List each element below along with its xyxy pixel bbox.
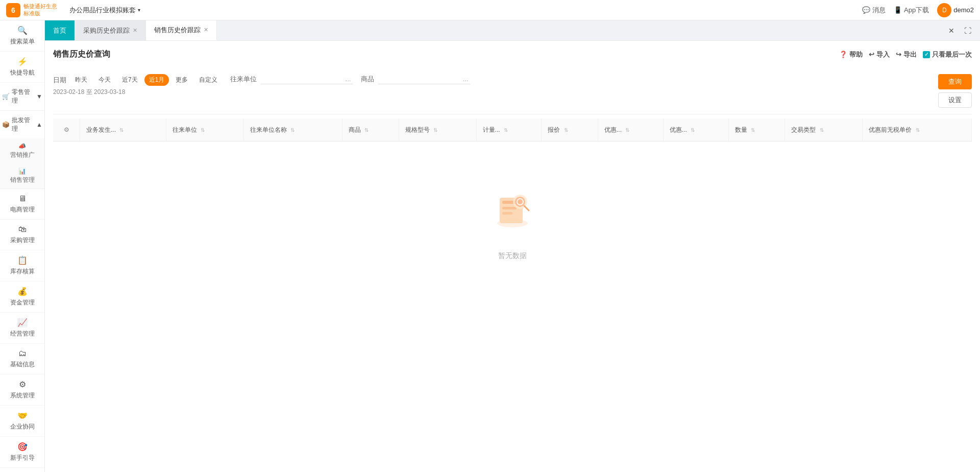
sidebar-item-quick-nav[interactable]: ⚡ 快捷导航 bbox=[0, 52, 44, 83]
sort-arrows-unit: ⇅ bbox=[504, 127, 508, 133]
page-content: 销售历史价查询 ❓ 帮助 ↩ 导入 ↪ 导出 bbox=[45, 41, 980, 472]
table-header-row: ⚙ 业务发生... ⇅ 往来单位 ⇅ bbox=[53, 119, 972, 141]
chevron-down-icon: ▼ bbox=[36, 93, 42, 100]
table-col-unit[interactable]: 计量... ⇅ bbox=[476, 119, 542, 141]
only-last-checkbox-group[interactable]: ✓ 只看最后一次 bbox=[923, 50, 972, 59]
quick-nav-icon: ⚡ bbox=[17, 57, 28, 66]
app-selector[interactable]: 办公用品行业模拟账套 ▾ bbox=[69, 6, 140, 15]
gear-button[interactable]: ⚙ bbox=[59, 123, 74, 137]
download-icon: 📱 bbox=[894, 6, 902, 14]
top-bar: 6 畅捷通好生意 标准版 办公用品行业模拟账套 ▾ 💬 消息 📱 App下载 D… bbox=[0, 0, 980, 20]
table-col-partner-code[interactable]: 往来单位 ⇅ bbox=[166, 119, 244, 141]
tab-close-sales[interactable]: ✕ bbox=[204, 27, 208, 33]
sort-arrows-trade-type: ⇅ bbox=[820, 127, 824, 133]
table-col-partner-name[interactable]: 往来单位名称 ⇅ bbox=[243, 119, 342, 141]
system-icon: ⚙ bbox=[19, 380, 26, 389]
export-icon: ↪ bbox=[896, 51, 901, 58]
page-title-actions: ❓ 帮助 ↩ 导入 ↪ 导出 ✓ 只看最后一次 bbox=[839, 50, 972, 59]
date-btn-last7days[interactable]: 近7天 bbox=[117, 74, 142, 86]
data-table: ⚙ 业务发生... ⇅ 往来单位 ⇅ bbox=[53, 119, 972, 141]
table-header: ⚙ 业务发生... ⇅ 往来单位 ⇅ bbox=[53, 119, 972, 141]
tab-sales-history[interactable]: 销售历史价跟踪 ✕ bbox=[146, 20, 217, 40]
logo-text: 畅捷通好生意 标准版 bbox=[23, 3, 57, 16]
chevron-up-icon: ▲ bbox=[36, 121, 42, 128]
sidebar-item-basics[interactable]: 🗂 基础信息 bbox=[0, 344, 44, 374]
avatar: D bbox=[937, 3, 951, 17]
svg-rect-3 bbox=[502, 207, 517, 209]
date-btn-today[interactable]: 今天 bbox=[94, 74, 115, 86]
sidebar-item-retail[interactable]: 🛒 零售管理 ▼ bbox=[0, 83, 44, 110]
help-button[interactable]: ❓ 帮助 bbox=[839, 50, 863, 59]
filter-bar: 日期 昨天 今天 近7天 近1月 更多 自定义 2023-02-18 至 202… bbox=[53, 68, 972, 114]
marketing-icon: 📣 bbox=[18, 143, 26, 150]
date-btn-more[interactable]: 更多 bbox=[171, 74, 192, 86]
table-col-biz-date[interactable]: 业务发生... ⇅ bbox=[80, 119, 166, 141]
page-title-row: 销售历史价查询 ❓ 帮助 ↩ 导入 ↪ 导出 bbox=[53, 49, 972, 60]
table-col-product[interactable]: 商品 ⇅ bbox=[342, 119, 399, 141]
basics-icon: 🗂 bbox=[18, 349, 27, 358]
table-col-quantity[interactable]: 数量 ⇅ bbox=[728, 119, 785, 141]
svg-rect-4 bbox=[502, 212, 512, 215]
tab-home[interactable]: 首页 bbox=[45, 20, 75, 40]
query-button[interactable]: 查询 bbox=[938, 74, 972, 89]
sidebar-item-finance[interactable]: 💰 资金管理 bbox=[0, 281, 44, 313]
tab-close-all-button[interactable]: ✕ bbox=[945, 25, 958, 37]
date-buttons: 昨天 今天 近7天 近1月 更多 自定义 bbox=[70, 74, 222, 86]
message-icon: 💬 bbox=[862, 6, 870, 14]
filter-action-buttons: 查询 设置 bbox=[938, 74, 972, 108]
sidebar-group-wholesale: 📦 批发管理 ▲ 📣 营销推广 📊 销售管理 bbox=[0, 111, 44, 189]
sidebar-item-marketing[interactable]: 📣 营销推广 bbox=[0, 138, 44, 163]
partner-input[interactable]: ... bbox=[261, 74, 353, 84]
wholesale-icon: 📦 bbox=[2, 121, 10, 128]
product-filter-group: 商品 ... bbox=[361, 74, 470, 84]
table-col-discount2[interactable]: 优惠... ⇅ bbox=[663, 119, 728, 141]
date-btn-yesterday[interactable]: 昨天 bbox=[70, 74, 92, 86]
search-icon: 🔍 bbox=[17, 26, 28, 35]
settings-button[interactable]: 设置 bbox=[938, 92, 972, 108]
tab-maximize-button[interactable]: ⛶ bbox=[962, 25, 974, 37]
chevron-down-icon: ▾ bbox=[138, 7, 140, 13]
sidebar-item-purchase[interactable]: 🛍 采购管理 bbox=[0, 220, 44, 250]
table-col-spec[interactable]: 规格型号 ⇅ bbox=[399, 119, 476, 141]
sidebar-item-inventory[interactable]: 📋 库存核算 bbox=[0, 250, 44, 281]
sidebar-group-retail: 🛒 零售管理 ▼ bbox=[0, 83, 44, 111]
product-input[interactable]: ... bbox=[378, 74, 470, 84]
date-btn-custom[interactable]: 自定义 bbox=[194, 74, 222, 86]
sidebar-item-newbie[interactable]: 🎯 新手引导 bbox=[0, 437, 44, 468]
empty-state: 暂无数据 bbox=[53, 141, 972, 301]
svg-line-7 bbox=[524, 206, 529, 210]
table-col-trade-type[interactable]: 交易类型 ⇅ bbox=[785, 119, 863, 141]
import-icon: ↩ bbox=[869, 51, 874, 58]
date-filter-group: 日期 昨天 今天 近7天 近1月 更多 自定义 2023-02-18 至 202… bbox=[53, 74, 222, 97]
sidebar-item-operations[interactable]: 📈 经营管理 bbox=[0, 313, 44, 344]
empty-text: 暂无数据 bbox=[498, 251, 527, 261]
only-last-checkbox[interactable]: ✓ bbox=[923, 51, 930, 58]
partner-input-dots: ... bbox=[346, 75, 351, 83]
top-bar-left: 6 畅捷通好生意 标准版 办公用品行业模拟账套 ▾ bbox=[6, 3, 140, 17]
sidebar-item-enterprise[interactable]: 🤝 企业协同 bbox=[0, 406, 44, 437]
message-button[interactable]: 💬 消息 bbox=[862, 6, 886, 15]
app-download-button[interactable]: 📱 App下载 bbox=[894, 6, 929, 15]
sort-arrows-price: ⇅ bbox=[564, 127, 568, 133]
table-col-price[interactable]: 报价 ⇅ bbox=[542, 119, 598, 141]
sidebar-item-ecommerce[interactable]: 🖥 电商管理 bbox=[0, 189, 44, 220]
sidebar-item-sales[interactable]: 📊 销售管理 bbox=[0, 163, 44, 188]
import-button[interactable]: ↩ 导入 bbox=[869, 50, 890, 59]
user-profile[interactable]: D demo2 bbox=[937, 3, 974, 17]
sidebar-item-wholesale[interactable]: 📦 批发管理 ▲ bbox=[0, 111, 44, 138]
table-col-gear: ⚙ bbox=[53, 119, 80, 141]
export-button[interactable]: ↪ 导出 bbox=[896, 50, 917, 59]
sidebar-item-system[interactable]: ⚙ 系统管理 bbox=[0, 374, 44, 406]
sort-arrows-partner-name: ⇅ bbox=[290, 127, 295, 133]
sidebar: 🔍 搜索菜单 ⚡ 快捷导航 🛒 零售管理 ▼ 📦 批发管理 ▲ 📣 营销 bbox=[0, 20, 45, 472]
tab-close-purchase[interactable]: ✕ bbox=[133, 27, 137, 34]
content-area: 首页 采购历史价跟踪 ✕ 销售历史价跟踪 ✕ ✕ ⛶ 销售历史价查询 bbox=[45, 20, 980, 472]
sidebar-item-app-center[interactable]: 📱 应用中心 bbox=[0, 468, 44, 472]
table-col-discount1[interactable]: 优惠... ⇅ bbox=[598, 119, 664, 141]
sidebar-item-search[interactable]: 🔍 搜索菜单 bbox=[0, 20, 44, 52]
tab-purchase-history[interactable]: 采购历史价跟踪 ✕ bbox=[75, 20, 146, 40]
partner-filter-group: 往来单位 ... bbox=[230, 74, 353, 84]
date-btn-last1month[interactable]: 近1月 bbox=[144, 74, 169, 86]
table-col-pretax-price[interactable]: 优惠前无税单价 ⇅ bbox=[863, 119, 972, 141]
ecommerce-icon: 🖥 bbox=[18, 194, 27, 203]
